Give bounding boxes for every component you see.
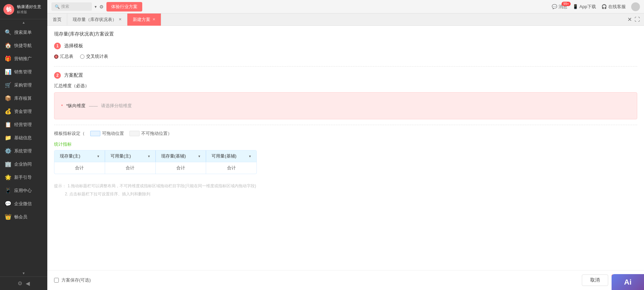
sidebar-item-wechat-label: 企业微信 [14, 201, 32, 207]
draggable-label: 可拖动位置 [102, 130, 124, 137]
sidebar-item-enterprise-label: 企业协同 [14, 161, 32, 167]
search-placeholder: 搜索 [61, 4, 69, 9]
step2-num: 2 [54, 72, 61, 79]
stats-table-body: 合计 合计 合计 合计 [54, 162, 256, 174]
radio-cross[interactable]: 交叉统计表 [80, 53, 108, 59]
settings-btn[interactable]: ⚙ [18, 280, 22, 287]
chat-icon: 💬 [5, 200, 11, 207]
sidebar-item-marketing-label: 营销推广 [14, 56, 32, 62]
save-checkbox[interactable] [54, 278, 59, 283]
fixed-indicator: 不可拖动位置） [129, 130, 172, 137]
close-tab-icon[interactable]: ✕ [627, 16, 632, 23]
ai-label: Ai [624, 278, 631, 287]
col-2-chevron-icon[interactable]: ▾ [198, 154, 200, 159]
ai-floating-button[interactable]: Ai [612, 274, 644, 290]
dimension-box[interactable]: * *纵向维度 —— 请选择分组维度 [54, 92, 637, 119]
step2-title: 方案配置 [64, 72, 83, 78]
online-service-button[interactable]: 🎧 在线客服 [601, 4, 626, 10]
sidebar-item-newbie[interactable]: 🌟 新手引导 [0, 171, 47, 184]
sidebar-item-inventory[interactable]: 📦 库存核算 [0, 92, 47, 105]
sidebar-item-management[interactable]: 📋 经营管理 [0, 118, 47, 131]
cancel-button[interactable]: 取消 [582, 274, 608, 286]
sidebar-item-marketing[interactable]: 🎁 营销推广 [0, 52, 47, 65]
app-download-button[interactable]: 📱 App下载 [573, 4, 596, 10]
sidebar-scroll-down[interactable]: ▼ [0, 270, 47, 276]
save-label: 方案保存(可选) [61, 277, 91, 283]
col-header-3-label: 可用量(基辅) [212, 153, 237, 159]
step2-header: 2 方案配置 [54, 72, 637, 79]
tab-inventory[interactable]: 现存量（库存状况表） ✕ [67, 14, 127, 26]
tab-new[interactable]: 新建方案 ✕ [127, 14, 161, 26]
sidebar-item-wechat[interactable]: 💬 企业微信 [0, 197, 47, 210]
tips-section: 提示： 1.拖动标题栏可以调整布局，不可跨维度或指标区域拖动栏目字段(只能在同一… [54, 182, 637, 198]
dim-dash: —— [89, 103, 98, 108]
sidebar-scroll-up[interactable]: ▲ [0, 19, 47, 26]
sidebar-item-finance[interactable]: 💰 资金管理 [0, 105, 47, 118]
tab-inventory-close-icon[interactable]: ✕ [119, 17, 122, 22]
step1-header: 1 选择模板 [54, 43, 637, 49]
trial-button[interactable]: 体验行业方案 [106, 2, 142, 11]
dropdown-chevron-icon[interactable]: ▾ [95, 4, 97, 9]
draggable-tag-box [90, 131, 100, 136]
sidebar-item-quicknav[interactable]: 🏠 快捷导航 [0, 39, 47, 52]
col-3-chevron-icon[interactable]: ▾ [249, 154, 251, 159]
col-header-1[interactable]: 可用量(主) ▾ [105, 150, 156, 162]
cell-2: 合计 [156, 162, 206, 174]
money-icon: 💰 [5, 108, 11, 115]
tab-home[interactable]: 首页 [47, 14, 67, 26]
sidebar-item-system[interactable]: ⚙️ 系统管理 [0, 144, 47, 158]
col-header-0[interactable]: 现存量(主) ▾ [54, 150, 105, 162]
cart-icon: 🛒 [5, 82, 11, 88]
sidebar-item-finance-label: 资金管理 [14, 108, 32, 115]
sidebar-item-appcenter[interactable]: 📱 应用中心 [0, 184, 47, 197]
expand-tab-icon[interactable]: ⛶ [635, 17, 640, 23]
col-0-chevron-icon[interactable]: ▾ [97, 154, 99, 159]
logo-icon: 畅 [3, 4, 14, 15]
sidebar-item-newbie-label: 新手引导 [14, 174, 32, 180]
topbar-gear-icon[interactable]: ⚙ [99, 4, 104, 9]
radio-summary-label: 汇总表 [60, 53, 73, 59]
sidebar-item-basic[interactable]: 📁 基础信息 [0, 131, 47, 144]
radio-cross-input[interactable] [80, 54, 84, 59]
step1-title: 选择模板 [64, 43, 83, 49]
folder-icon: 📁 [5, 135, 11, 141]
col-1-chevron-icon[interactable]: ▾ [148, 154, 150, 159]
tab-home-label: 首页 [53, 17, 61, 23]
search-box[interactable]: 🔍 搜索 [51, 2, 92, 11]
step2-section: 2 方案配置 汇总维度（必选） * *纵向维度 —— 请选择分组维度 模板指标设… [54, 72, 637, 198]
radio-summary-input[interactable] [54, 54, 58, 59]
divider2 [54, 125, 637, 125]
collapse-btn[interactable]: ◀ [26, 280, 30, 287]
sidebar-item-sales[interactable]: 📊 销售管理 [0, 65, 47, 78]
home-icon: 🏠 [5, 42, 11, 49]
stats-table-header: 现存量(主) ▾ 可用量(主) ▾ 现存量(基辅) ▾ 可用量(基辅) ▾ [54, 150, 256, 162]
sidebar-item-quicknav-label: 快捷导航 [14, 43, 32, 49]
sidebar-item-inventory-label: 库存核算 [14, 95, 32, 101]
divider1 [54, 66, 637, 67]
app-logo: 畅 畅康通好生意 标准版 [0, 0, 47, 19]
app-name: 畅康通好生意 [17, 4, 41, 10]
app-download-label: App下载 [579, 4, 596, 10]
avatar [631, 2, 640, 11]
topbar-right: 💬 消息 99+ 📱 App下载 🎧 在线客服 [552, 2, 640, 11]
sidebar-item-purchase-label: 采购管理 [14, 82, 32, 88]
sidebar-item-search[interactable]: 🔍 搜索菜单 [0, 26, 47, 39]
sidebar-item-member[interactable]: 👑 畅会员 [0, 210, 47, 223]
service-label: 在线客服 [608, 4, 626, 10]
sidebar-item-purchase[interactable]: 🛒 采购管理 [0, 78, 47, 92]
search-icon: 🔍 [5, 29, 11, 35]
user-menu[interactable] [631, 2, 640, 11]
tab-new-close-icon[interactable]: ✕ [152, 17, 155, 22]
radio-summary[interactable]: 汇总表 [54, 53, 73, 59]
building-icon: 🏢 [5, 161, 11, 167]
template-radio-group: 汇总表 交叉统计表 [54, 53, 637, 59]
sidebar-item-enterprise[interactable]: 🏢 企业协同 [0, 158, 47, 171]
col-header-3[interactable]: 可用量(基辅) ▾ [206, 150, 256, 162]
col-header-2[interactable]: 现存量(基辅) ▾ [156, 150, 206, 162]
tip-text-0: 1.拖动标题栏可以调整布局，不可跨维度或指标区域拖动栏目字段(只能在同一维度或指… [68, 182, 256, 190]
page-footer: 方案保存(可选) 取消 查询 [47, 270, 644, 290]
fixed-label: 不可拖动位置） [141, 130, 172, 137]
radio-cross-label: 交叉统计表 [86, 53, 108, 59]
stats-table: 现存量(主) ▾ 可用量(主) ▾ 现存量(基辅) ▾ 可用量(基辅) ▾ [54, 150, 257, 174]
message-button[interactable]: 💬 消息 99+ [552, 4, 567, 10]
